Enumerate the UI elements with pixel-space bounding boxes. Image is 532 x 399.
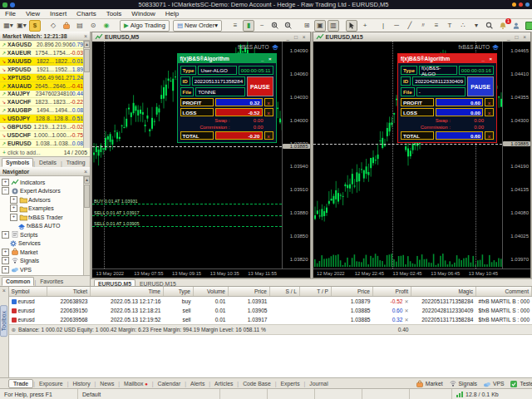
bottom-button-vps[interactable]: VPS <box>483 380 505 388</box>
toolbox-tab-news[interactable]: News <box>96 380 118 387</box>
new-order-button[interactable]: ▤New Order ▾ <box>173 20 222 32</box>
column-header-comment[interactable]: Comment <box>476 287 532 297</box>
ea-panel-header[interactable]: f(x)B&S®Algorithm_ × <box>398 54 496 63</box>
tab-details[interactable]: Details <box>35 158 61 167</box>
cascade-windows-icon[interactable]: ▣ <box>314 20 326 32</box>
cursor-icon[interactable] <box>346 20 357 32</box>
column-header-symbol[interactable]: Symbol <box>9 287 47 297</box>
pause-button[interactable]: PAUSE <box>467 76 494 96</box>
ea-panel-window-icons[interactable]: _ × <box>481 57 494 62</box>
tab-favorites[interactable]: Favorites <box>36 277 67 286</box>
toolbox-tab-experts[interactable]: Experts <box>277 380 304 387</box>
status-profile[interactable]: Default <box>78 389 220 399</box>
bottom-button-signals[interactable]: Signals <box>449 380 477 388</box>
toolbox-tab-calendar[interactable]: Calendar <box>154 380 185 387</box>
close-position-icon[interactable]: ✕ <box>404 318 408 323</box>
market-row[interactable]: ↗XAUJPY2347602348100.44% <box>0 91 90 99</box>
chart-template-icon[interactable]: ▦▾ <box>2 20 14 32</box>
loss-close-button[interactable]: x <box>485 108 494 116</box>
toolbox-tab-history[interactable]: History <box>68 380 94 387</box>
zoom-in-icon[interactable] <box>269 20 281 32</box>
market-row[interactable]: ↘XPDUSD1921...1952...1.89% <box>0 66 90 74</box>
navigator-close-icon[interactable]: × <box>84 169 87 175</box>
market-row[interactable]: ↘USDJPY128.8...128.8...0.51% <box>0 115 90 123</box>
menu-charts[interactable]: Charts <box>71 10 101 17</box>
tab-trading[interactable]: Trading <box>62 158 90 167</box>
tree-expand-icon[interactable]: + <box>2 179 9 186</box>
price-scale[interactable]: 1.044651.044101.043551.043001.042451.041… <box>503 42 530 268</box>
candlestick-icon[interactable]: ▮ <box>243 20 254 32</box>
community-icon[interactable]: ◉ <box>101 20 112 32</box>
channel-icon[interactable]: 〃 <box>417 20 429 32</box>
total-close-button[interactable]: x <box>264 131 273 140</box>
tree-expand-icon[interactable]: + <box>2 231 9 239</box>
trendline-icon[interactable]: ╱ <box>404 20 416 32</box>
toolbox-tab-exposure[interactable]: Exposure <box>35 380 67 387</box>
market-bag-icon[interactable] <box>61 20 72 32</box>
market-row[interactable]: ↘USDCHF1.000...1.000...-0.75% <box>0 131 90 140</box>
market-row[interactable]: ↘GBPUSD1.219...1.219...-0.02% <box>0 123 90 131</box>
window-control-dot-2[interactable] <box>525 2 530 7</box>
zoom-out-icon[interactable] <box>283 20 294 32</box>
total-close-button[interactable]: x <box>485 131 494 140</box>
ea-control-panel[interactable]: f(x)B&S®Algorithm_ ×TypeUser-ALGO000:00:… <box>177 53 277 143</box>
column-header-price[interactable]: Price <box>332 287 373 297</box>
column-header-t-p[interactable]: T / P <box>300 287 332 297</box>
toolbox-tab-journal[interactable]: Journal <box>305 380 332 387</box>
chart-window-eurusd-m5[interactable]: EURUSD,M5_ □ ×BUY 0.01 AT 1.03931SELL 0.… <box>91 32 311 278</box>
toolbox-close-icon[interactable]: × <box>2 287 6 293</box>
column-header-s-l[interactable]: S / L <box>270 287 300 297</box>
close-position-icon[interactable]: ✕ <box>404 308 408 313</box>
window-titlebar[interactable]: 50833071 - ICMarketsSC-Demo: Demo Accoun… <box>0 0 532 9</box>
toolbox-tab-articles[interactable]: Articles <box>210 380 237 387</box>
column-header-ticket[interactable]: Ticket <box>47 287 91 297</box>
price-scale[interactable]: 1.040901.040601.040301.040001.039701.039… <box>283 42 310 268</box>
close-position-icon[interactable]: ✕ <box>404 299 408 304</box>
market-row[interactable]: ↗XAUEUR1754...1754...-0.03% <box>0 49 90 57</box>
algo-trading-button[interactable]: ▶Algo Trading <box>120 20 170 32</box>
crosshair-icon[interactable]: + <box>359 20 371 32</box>
market-watch-scrollbar[interactable]: ▲ <box>83 41 90 148</box>
column-header-volume[interactable]: Volume <box>194 287 229 297</box>
nav-item-signals[interactable]: +Signals <box>2 257 90 266</box>
nav-item-indicators[interactable]: +Indicators <box>2 178 90 187</box>
nav-item-vps[interactable]: +VPS <box>2 265 90 274</box>
nav-item-fxb-s-auto[interactable]: fxB&S AUTO <box>2 222 90 231</box>
nav-item-advisors[interactable]: +Advisors <box>2 195 90 204</box>
trade-row[interactable]: eurusd2206391502022.05.13 12:18:21sell0.… <box>9 306 532 315</box>
horizontal-line-icon[interactable]: ─ <box>391 20 402 32</box>
bottom-button-market[interactable]: Market <box>416 380 443 388</box>
nav-item-fxb-s-trader[interactable]: +fxB&S Trader <box>2 213 90 222</box>
notifications-icon[interactable]: 1 <box>497 20 509 32</box>
alarm-icon[interactable]: ⊙ <box>87 20 99 32</box>
toolbox-vertical-tab[interactable]: Toolbox <box>0 305 7 337</box>
pause-button[interactable]: PAUSE <box>247 76 273 96</box>
menu-tools[interactable]: Tools <box>101 10 127 17</box>
vertical-line-icon[interactable]: | <box>377 20 389 32</box>
profit-close-button[interactable]: x <box>485 98 494 106</box>
menu-window[interactable]: Window <box>126 10 160 17</box>
market-row[interactable]: ↗XAUAUD2645...2646...-0.41% <box>0 82 90 91</box>
trade-row[interactable]: eurusd2206389232022.05.13 12:17:16buy0.0… <box>9 297 532 307</box>
market-row[interactable]: ↗XAUGBP1494...1494...0.08% <box>0 106 90 115</box>
market-watch-close-icon[interactable]: × <box>84 33 87 39</box>
market-row[interactable]: ↗XAGUSD20.89620.9060.79% <box>0 41 90 49</box>
tree-expand-icon[interactable]: + <box>2 249 9 256</box>
chart-plot-area[interactable]: fxB&S AUTOf(x)B&S®Algorithm_ ×Typef(x)B&… <box>313 42 504 268</box>
column-header-type[interactable]: Type <box>164 287 194 297</box>
column-header-price[interactable]: Price <box>229 287 270 297</box>
column-header-time[interactable]: Time <box>91 287 164 297</box>
tile-windows-icon[interactable]: ⊞ <box>301 20 313 32</box>
toolbox-tab-trade[interactable]: Trade <box>8 379 33 388</box>
more-drawings-icon[interactable]: ▾ <box>470 20 482 32</box>
chart-profile-icon[interactable]: ▣▾ <box>16 20 27 32</box>
profit-close-button[interactable]: x <box>264 98 273 106</box>
market-row[interactable]: ↘XPTUSD956.49961.271.24% <box>0 74 90 82</box>
column-header-profit[interactable]: Profit <box>373 287 411 297</box>
ea-panel-header[interactable]: f(x)B&S®Algorithm_ × <box>178 54 276 63</box>
nav-item-expert-advisors[interactable]: −Expert Advisors <box>2 187 90 196</box>
tree-expand-icon[interactable]: + <box>2 266 9 273</box>
arrange-windows-icon[interactable]: ▥ <box>328 20 339 32</box>
navigator-scrollbar[interactable]: ▲ <box>83 176 90 275</box>
ea-panel-window-icons[interactable]: _ × <box>261 57 273 62</box>
